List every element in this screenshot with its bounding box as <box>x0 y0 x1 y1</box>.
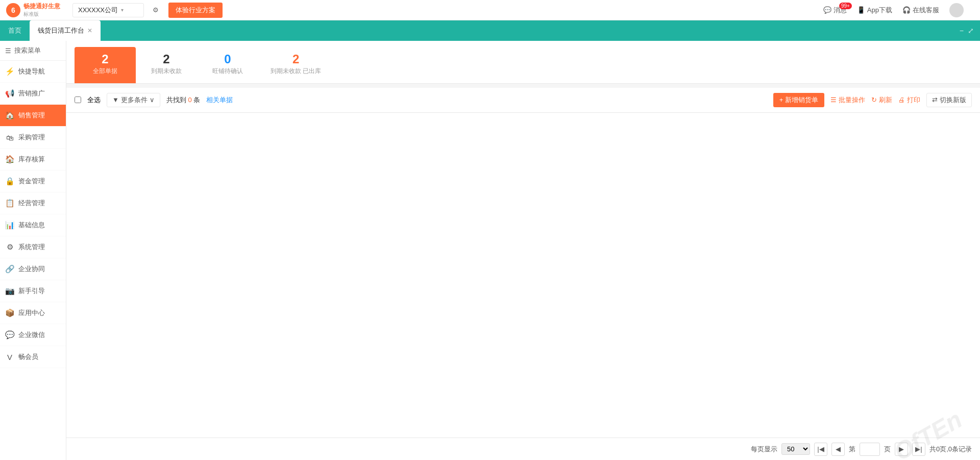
tab-workbench[interactable]: 钱货日清工作台 ✕ <box>30 20 101 41</box>
related-link[interactable]: 相关单据 <box>206 95 233 105</box>
sidebar-item-inventory[interactable]: 🏠 库存核算 <box>0 149 66 171</box>
company-selector[interactable]: XXXXXX公司 ▾ <box>72 3 144 17</box>
sidebar-item-enterprise[interactable]: 🔗 企业协同 <box>0 258 66 280</box>
logo-area: 6 畅捷通好生意 标准版 <box>6 3 72 17</box>
stat-tab-wangpu[interactable]: 0 旺铺待确认 <box>197 47 258 83</box>
sidebar-item-finance[interactable]: 🔒 资金管理 <box>0 171 66 192</box>
switch-version-button[interactable]: ⇄ 切换新版 <box>926 93 972 107</box>
stat-tab-shipped[interactable]: 2 到期未收款 已出库 <box>258 47 333 83</box>
prev-page-button[interactable]: ◀ <box>831 443 845 456</box>
enterprise-icon: 🔗 <box>5 264 14 274</box>
found-text: 共找到 0 条 <box>166 95 200 105</box>
content-area: 2 全部单据 2 到期未收款 0 旺铺待确认 2 到期未收款 已出库 全选 ▼ … <box>66 41 980 460</box>
member-icon: V <box>5 352 14 361</box>
table-area <box>66 113 980 438</box>
print-icon: 🖨 <box>898 96 905 104</box>
stats-tabs: 2 全部单据 2 到期未收款 0 旺铺待确认 2 到期未收款 已出库 <box>66 41 980 84</box>
marketing-icon: 📢 <box>5 89 14 98</box>
main-layout: ☰ 搜索菜单 ⚡ 快捷导航 📢 营销推广 🏠 销售管理 🛍 采购管理 🏠 库存核… <box>0 41 980 460</box>
chevron-down-icon: ▾ <box>121 7 124 13</box>
toolbar-right: + 新增销货单 ☰ 批量操作 ↻ 刷新 🖨 打印 ⇄ 切换新版 <box>773 93 972 107</box>
tab-close-icon[interactable]: ✕ <box>87 27 92 34</box>
service-icon: 🎧 <box>902 6 911 14</box>
message-button[interactable]: 💬 消息 99+ <box>823 6 847 15</box>
header-right: 💬 消息 99+ 📱 App下载 🎧 在线客服 <box>823 3 974 17</box>
system-icon: ⚙ <box>5 243 14 252</box>
app-download-button[interactable]: 📱 App下载 <box>857 6 892 15</box>
sidebar-item-marketing[interactable]: 📢 营销推广 <box>0 83 66 105</box>
stat-tab-overdue[interactable]: 2 到期未收款 <box>136 47 197 83</box>
sidebar-item-wechat[interactable]: 💬 企业微信 <box>0 324 66 346</box>
top-header: 6 畅捷通好生意 标准版 XXXXXX公司 ▾ ⚙ 体验行业方案 💬 消息 99… <box>0 0 980 20</box>
guide-icon: 📷 <box>5 286 14 296</box>
trial-button[interactable]: 体验行业方案 <box>168 3 223 18</box>
stat-tab-all[interactable]: 2 全部单据 <box>75 47 136 83</box>
page-size-label: 每页显示 <box>751 445 777 454</box>
total-info: 共0页,0条记录 <box>929 445 972 454</box>
operations-icon: 📋 <box>5 199 14 208</box>
page-label: 第 <box>849 445 855 454</box>
tab-bar: 首页 钱货日清工作台 ✕ − ⤢ <box>0 20 980 41</box>
sales-icon: 🏠 <box>5 111 14 120</box>
page-size-select[interactable]: 50 100 200 <box>781 443 810 455</box>
select-all-checkbox[interactable] <box>75 96 81 103</box>
sidebar-search[interactable]: ☰ 搜索菜单 <box>0 41 66 61</box>
sidebar-item-purchase[interactable]: 🛍 采购管理 <box>0 127 66 149</box>
chevron-filter-icon: ∨ <box>150 96 155 104</box>
inventory-icon: 🏠 <box>5 155 14 164</box>
logo-icon: 6 <box>6 3 20 17</box>
filter-button[interactable]: ▼ 更多条件 ∨ <box>107 93 160 107</box>
message-badge: 99+ <box>839 3 852 9</box>
sidebar-item-quick-nav[interactable]: ⚡ 快捷导航 <box>0 61 66 83</box>
wechat-icon: 💬 <box>5 330 14 340</box>
batch-button[interactable]: ☰ 批量操作 <box>830 95 865 105</box>
settings-icon[interactable]: ⚙ <box>148 3 163 18</box>
page-label-suffix: 页 <box>884 445 891 454</box>
sidebar-item-operations[interactable]: 📋 经营管理 <box>0 192 66 214</box>
online-service-button[interactable]: 🎧 在线客服 <box>902 6 939 15</box>
sidebar-item-app-center[interactable]: 📦 应用中心 <box>0 302 66 324</box>
page-input[interactable]: 1 <box>860 443 880 456</box>
sidebar-item-basic-info[interactable]: 📊 基础信息 <box>0 214 66 236</box>
sidebar-item-sales[interactable]: 🏠 销售管理 <box>0 105 66 127</box>
app-center-icon: 📦 <box>5 308 14 318</box>
pagination-bar: 每页显示 50 100 200 |◀ ◀ 第 1 页 ▶ ▶| 共0页,0条记录 <box>66 438 980 460</box>
switch-icon: ⇄ <box>932 96 938 104</box>
toolbar: 全选 ▼ 更多条件 ∨ 共找到 0 条 相关单据 + 新增销货单 ☰ 批量操作 … <box>66 88 980 113</box>
finance-icon: 🔒 <box>5 177 14 186</box>
first-page-button[interactable]: |◀ <box>814 443 827 456</box>
purchase-icon: 🛍 <box>5 133 14 142</box>
tab-bar-actions: − ⤢ <box>960 27 980 35</box>
sidebar: ☰ 搜索菜单 ⚡ 快捷导航 📢 营销推广 🏠 销售管理 🛍 采购管理 🏠 库存核… <box>0 41 66 460</box>
tab-home[interactable]: 首页 <box>0 20 30 41</box>
logo-text: 畅捷通好生意 标准版 <box>23 3 60 17</box>
tab-expand-icon[interactable]: ⤢ <box>968 27 974 35</box>
avatar[interactable] <box>949 3 964 17</box>
search-icon: ☰ <box>5 47 11 55</box>
print-button[interactable]: 🖨 打印 <box>898 95 920 105</box>
filter-icon: ▼ <box>112 96 119 104</box>
batch-icon: ☰ <box>830 96 837 104</box>
message-icon: 💬 <box>823 6 831 14</box>
quick-nav-icon: ⚡ <box>5 67 14 76</box>
refresh-icon: ↻ <box>871 96 877 104</box>
next-page-button[interactable]: ▶ <box>895 443 908 456</box>
sidebar-item-member[interactable]: V 畅会员 <box>0 346 66 368</box>
download-icon: 📱 <box>857 6 865 14</box>
select-all-label: 全选 <box>87 95 101 105</box>
basic-info-icon: 📊 <box>5 221 14 230</box>
sidebar-item-guide[interactable]: 📷 新手引导 <box>0 280 66 302</box>
add-sale-button[interactable]: + 新增销货单 <box>773 93 824 107</box>
last-page-button[interactable]: ▶| <box>912 443 925 456</box>
sidebar-item-system[interactable]: ⚙ 系统管理 <box>0 236 66 258</box>
tab-minimize-icon[interactable]: − <box>960 27 964 35</box>
refresh-button[interactable]: ↻ 刷新 <box>871 95 892 105</box>
